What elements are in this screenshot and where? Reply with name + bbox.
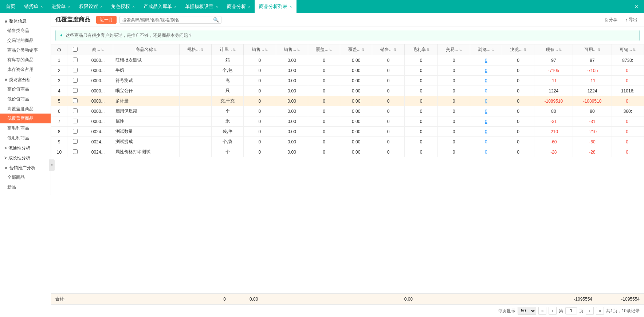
row-checkbox[interactable] <box>73 58 78 62</box>
sort-icon-available[interactable]: ⇅ <box>597 48 600 52</box>
settings-icon[interactable]: ⚙ <box>57 47 62 53</box>
col-header-unit[interactable]: 计量...⇅ <box>211 44 243 55</box>
browse-link[interactable]: 0 <box>485 129 487 134</box>
nav-item-产成品入库单[interactable]: 产成品入库单× <box>139 0 181 13</box>
sort-icon-gross_rate[interactable]: ⇅ <box>427 48 429 52</box>
nav-close-icon[interactable]: × <box>174 4 176 9</box>
browse-link[interactable]: 0 <box>485 99 487 104</box>
nav-close-icon[interactable]: × <box>290 4 292 9</box>
nav-item-权限设置[interactable]: 权限设置× <box>75 0 107 13</box>
cell-browse1[interactable]: 0 <box>470 66 502 76</box>
row-checkbox[interactable] <box>73 119 78 123</box>
sidebar-item-新品[interactable]: 新品 <box>0 182 51 192</box>
sort-icon-sales_amt[interactable]: ⇅ <box>297 48 300 52</box>
nav-close-icon[interactable]: × <box>40 4 43 9</box>
sidebar-section-营销推广分析[interactable]: ∨营销推广分析 <box>0 163 51 173</box>
nav-item-单据模板设置[interactable]: 单据模板设置× <box>181 0 222 13</box>
sidebar-section-流通性分析[interactable]: >流通性分析 <box>0 143 51 153</box>
cell-browse1[interactable]: 0 <box>470 96 502 106</box>
cell-checkbox[interactable] <box>67 106 83 116</box>
browse-link[interactable]: 0 <box>485 78 487 83</box>
browse-link[interactable]: 0 <box>485 139 487 144</box>
nav-item-首页[interactable]: 首页 <box>1 0 20 13</box>
nav-item-商品分析[interactable]: 商品分析× <box>223 0 255 13</box>
sidebar-item-低覆盖度商品[interactable]: 低覆盖度商品 <box>0 114 51 123</box>
next-page-button[interactable]: › <box>586 307 594 315</box>
col-header-sales_amt[interactable]: 销售...⇅ <box>276 44 308 55</box>
cell-browse1[interactable]: 0 <box>470 147 502 157</box>
cell-browse1[interactable]: 0 <box>470 127 502 137</box>
browse-link[interactable]: 0 <box>485 119 487 124</box>
row-checkbox[interactable] <box>73 139 78 144</box>
col-header-sales_qty[interactable]: 销售...⇅ <box>244 44 276 55</box>
sidebar-section-整体信息[interactable]: ∨整体信息 <box>0 16 51 26</box>
sort-icon-sales_days[interactable]: ⇅ <box>393 48 396 52</box>
sidebar-item-低价值商品[interactable]: 低价值商品 <box>0 94 51 104</box>
col-header-available[interactable]: 可用...⇅ <box>573 44 612 55</box>
nav-item-销货单[interactable]: 销货单× <box>20 0 47 13</box>
row-checkbox[interactable] <box>73 88 78 93</box>
nav-close-icon[interactable]: × <box>216 4 218 9</box>
sidebar-section-成长性分析[interactable]: >成长性分析 <box>0 153 51 163</box>
window-close-button[interactable]: × <box>631 3 643 10</box>
browse-link[interactable]: 0 <box>485 58 487 63</box>
cell-browse1[interactable]: 0 <box>470 106 502 116</box>
col-header-coverage2[interactable]: 覆盖...⇅ <box>340 44 372 55</box>
nav-close-icon[interactable]: × <box>100 4 102 9</box>
col-header-gross_rate[interactable]: 毛利率⇅ <box>404 44 438 55</box>
date-filter-button[interactable]: 近一月 <box>96 16 117 24</box>
col-header-trade[interactable]: 交易...⇅ <box>438 44 470 55</box>
col-header-spec[interactable]: 规格...⇅ <box>179 44 211 55</box>
row-checkbox[interactable] <box>73 98 78 103</box>
cell-checkbox[interactable] <box>67 127 83 137</box>
sidebar-item-高毛利商品[interactable]: 高毛利商品 <box>0 123 51 133</box>
nav-item-进货单[interactable]: 进货单× <box>47 0 74 13</box>
sort-icon-unit[interactable]: ⇅ <box>233 48 236 52</box>
row-checkbox[interactable] <box>73 108 78 113</box>
col-header-code[interactable]: 商...⇅ <box>83 44 113 55</box>
last-page-button[interactable]: » <box>596 307 604 315</box>
export-button[interactable]: ↑ 导出 <box>623 16 640 24</box>
cell-checkbox[interactable] <box>67 137 83 147</box>
per-page-select[interactable]: 2050100 <box>518 307 536 315</box>
col-header-checkbox[interactable] <box>67 44 83 55</box>
sort-icon-sales_qty[interactable]: ⇅ <box>265 48 268 52</box>
select-all-checkbox[interactable] <box>73 47 78 52</box>
cell-checkbox[interactable] <box>67 66 83 76</box>
sidebar-item-高价值商品[interactable]: 高价值商品 <box>0 84 51 94</box>
sidebar-section-类财富分析[interactable]: ∨类财富分析 <box>0 75 51 84</box>
col-header-browse1[interactable]: 浏览...⇅ <box>470 44 502 55</box>
sidebar-collapse-button[interactable]: « <box>49 159 55 171</box>
sidebar-item-商品分类动销率[interactable]: 商品分类动销率 <box>0 45 51 55</box>
cell-checkbox[interactable] <box>67 76 83 86</box>
cell-checkbox[interactable] <box>67 147 83 157</box>
sort-icon-code[interactable]: ⇅ <box>101 48 104 52</box>
sidebar-item-库存资金占用[interactable]: 库存资金占用 <box>0 65 51 75</box>
nav-close-icon[interactable]: × <box>248 4 250 9</box>
sort-icon-spec[interactable]: ⇅ <box>200 48 203 52</box>
nav-item-商品分析列表[interactable]: 商品分析列表× <box>255 0 296 13</box>
browse-link[interactable]: 0 <box>485 88 487 94</box>
row-checkbox[interactable] <box>73 78 78 83</box>
cell-checkbox[interactable] <box>67 116 83 127</box>
sort-icon-name[interactable]: ⇅ <box>154 48 157 52</box>
row-checkbox[interactable] <box>73 129 78 134</box>
sort-icon-browse1[interactable]: ⇅ <box>491 48 494 52</box>
cell-checkbox[interactable] <box>67 96 83 106</box>
col-header-settings[interactable]: ⚙ <box>51 44 67 55</box>
col-header-name[interactable]: 商品名称⇅ <box>113 44 180 55</box>
col-header-coverage1[interactable]: 覆盖...⇅ <box>308 44 340 55</box>
sort-icon-coverage1[interactable]: ⇅ <box>329 48 332 52</box>
sort-icon-coverage2[interactable]: ⇅ <box>361 48 364 52</box>
browse-link[interactable]: 0 <box>485 68 487 73</box>
cell-browse1[interactable]: 0 <box>470 76 502 86</box>
first-page-button[interactable]: « <box>538 307 546 315</box>
page-number-input[interactable] <box>565 307 577 314</box>
cell-checkbox[interactable] <box>67 86 83 96</box>
col-header-current_stock[interactable]: 现有...⇅ <box>534 44 573 55</box>
sort-icon-trade[interactable]: ⇅ <box>459 48 462 52</box>
cell-browse1[interactable]: 0 <box>470 116 502 127</box>
sidebar-item-低毛利商品[interactable]: 低毛利商品 <box>0 133 51 143</box>
search-input[interactable] <box>122 17 213 23</box>
browse-link[interactable]: 0 <box>485 150 487 155</box>
